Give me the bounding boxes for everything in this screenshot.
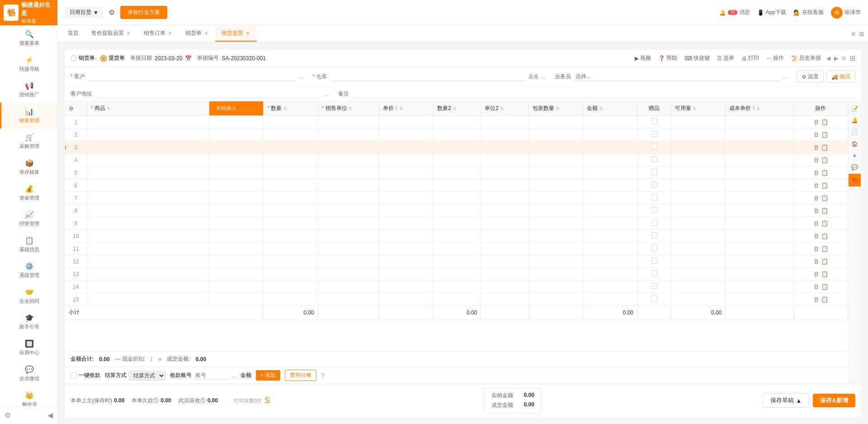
- radio-delivery[interactable]: 销货单: [71, 54, 95, 62]
- cell-amount[interactable]: [583, 154, 637, 167]
- online-service-item[interactable]: 💁 在线客服: [793, 9, 824, 16]
- cell-unit-price[interactable]: [379, 167, 433, 179]
- payment-method-select[interactable]: 结算方式: [128, 371, 165, 381]
- delete-row-icon[interactable]: 🗑: [813, 131, 819, 138]
- cell-amount[interactable]: [583, 255, 637, 268]
- cell-cost-price[interactable]: [726, 205, 793, 217]
- cell-sales-unit[interactable]: [318, 255, 379, 268]
- cell-quantity[interactable]: [264, 255, 318, 268]
- cell-quantity[interactable]: [264, 167, 318, 179]
- close-sales-delivery-icon[interactable]: ✕: [203, 31, 209, 36]
- cell-gift[interactable]: [637, 205, 671, 217]
- history-btn[interactable]: 📜 历史单据: [789, 53, 823, 63]
- copy-row-icon[interactable]: 📋: [821, 271, 828, 277]
- cell-unit-price[interactable]: [379, 179, 433, 192]
- delete-row-icon[interactable]: 🗑: [813, 207, 819, 214]
- cell-quantity2[interactable]: [434, 141, 481, 154]
- cell-gift[interactable]: [637, 281, 671, 293]
- cell-quantity[interactable]: [264, 230, 318, 243]
- cell-quantity2[interactable]: [434, 243, 481, 255]
- maximize-icon[interactable]: ⊞: [859, 30, 864, 38]
- cell-quantity2[interactable]: [434, 116, 481, 129]
- delete-row-icon[interactable]: 🗑: [813, 182, 819, 189]
- copy-row-icon[interactable]: 📋: [821, 119, 828, 125]
- cell-quantity[interactable]: [264, 268, 318, 281]
- gift-checkbox[interactable]: [651, 295, 657, 302]
- cell-cost-price[interactable]: [726, 141, 793, 154]
- cell-pack-qty[interactable]: [528, 167, 583, 179]
- cell-quantity2[interactable]: [434, 217, 481, 230]
- cell-unit2[interactable]: [481, 205, 528, 217]
- address-picker-btn[interactable]: ...: [325, 91, 329, 97]
- cell-cost-price[interactable]: [726, 243, 793, 255]
- delete-row-icon[interactable]: 🗑: [813, 169, 819, 176]
- operate-btn[interactable]: ⋯ 操作: [764, 53, 786, 63]
- tab-home[interactable]: 首页: [61, 26, 85, 42]
- gift-checkbox[interactable]: [651, 143, 657, 150]
- cell-available[interactable]: [671, 268, 726, 281]
- cell-sales-unit[interactable]: [318, 129, 379, 141]
- cell-quantity2[interactable]: [434, 167, 481, 179]
- copy-row-icon[interactable]: 📋: [821, 144, 828, 151]
- address-input[interactable]: [95, 90, 322, 98]
- cell-quantity2[interactable]: [434, 192, 481, 205]
- list-view-icon[interactable]: ≡: [842, 54, 846, 62]
- sort-quantity-icon[interactable]: ⇅: [283, 106, 287, 111]
- settings-form-btn[interactable]: ⚙ 设置: [797, 71, 824, 83]
- cell-sales-unit[interactable]: [318, 154, 379, 167]
- right-icon-doc[interactable]: 📄: [849, 127, 860, 138]
- cell-available[interactable]: [671, 205, 726, 217]
- cell-available[interactable]: [671, 217, 726, 230]
- cell-pack-qty[interactable]: [528, 192, 583, 205]
- cell-pack-qty[interactable]: [528, 141, 583, 154]
- sidebar-item-finance[interactable]: 💰 资金管理: [0, 180, 57, 206]
- cell-unit-price[interactable]: [379, 192, 433, 205]
- cell-quantity[interactable]: [264, 281, 318, 293]
- close-sales-order-icon[interactable]: ✕: [167, 31, 173, 36]
- scan-btn[interactable]: 扫码录入: [213, 104, 240, 113]
- cell-unit-price[interactable]: [379, 255, 433, 268]
- save-draft-btn[interactable]: 保存草稿 ▲: [763, 393, 809, 408]
- delete-row-icon[interactable]: 🗑: [813, 119, 819, 125]
- cell-gift[interactable]: [637, 293, 671, 306]
- cell-gift[interactable]: [637, 192, 671, 205]
- cell-pack-qty[interactable]: [528, 179, 583, 192]
- cell-unit2[interactable]: [481, 293, 528, 306]
- cell-unit-price[interactable]: [379, 268, 433, 281]
- customer-picker-btn[interactable]: ...: [299, 74, 303, 80]
- cell-product[interactable]: [87, 281, 209, 293]
- cell-gift[interactable]: [637, 230, 671, 243]
- tab-sales-order[interactable]: 销售订单 ✕: [137, 26, 179, 42]
- cell-quantity[interactable]: [264, 243, 318, 255]
- cell-unit2[interactable]: [481, 192, 528, 205]
- cell-gift[interactable]: [637, 116, 671, 129]
- cell-available[interactable]: [671, 230, 726, 243]
- sidebar-item-shortcut[interactable]: ⚡ 快捷导航: [0, 51, 57, 77]
- tab-sales-return[interactable]: 销货退货 ✕: [215, 26, 257, 42]
- cell-cost-price[interactable]: [726, 217, 793, 230]
- cell-unit2[interactable]: [481, 255, 528, 268]
- cell-sales-unit[interactable]: [318, 205, 379, 217]
- app-download-item[interactable]: 📱 App下载: [757, 9, 786, 16]
- cell-pack-qty[interactable]: [528, 268, 583, 281]
- cell-unit2[interactable]: [481, 141, 528, 154]
- cell-quantity2[interactable]: [434, 129, 481, 141]
- cell-pack-qty[interactable]: [528, 205, 583, 217]
- delete-row-icon[interactable]: 🗑: [813, 220, 819, 227]
- copy-row-icon[interactable]: 📋: [821, 296, 828, 303]
- sort-unit-icon[interactable]: ⇅: [349, 106, 352, 111]
- cell-amount[interactable]: [583, 205, 637, 217]
- cell-unit-price[interactable]: [379, 154, 433, 167]
- gift-checkbox[interactable]: [651, 232, 657, 238]
- right-icon-star[interactable]: ★: [849, 150, 860, 161]
- cell-cost-price[interactable]: [726, 268, 793, 281]
- cell-amount[interactable]: [583, 167, 637, 179]
- cell-available[interactable]: [671, 154, 726, 167]
- sort-amount-icon[interactable]: ⇅: [599, 106, 603, 111]
- delete-row-icon[interactable]: 🗑: [813, 233, 819, 239]
- right-icon-home[interactable]: 🏠: [849, 138, 860, 149]
- cell-available[interactable]: [671, 243, 726, 255]
- cell-unit2[interactable]: [481, 179, 528, 192]
- cell-cost-price[interactable]: [726, 116, 793, 129]
- add-row-btn[interactable]: +: [65, 144, 66, 151]
